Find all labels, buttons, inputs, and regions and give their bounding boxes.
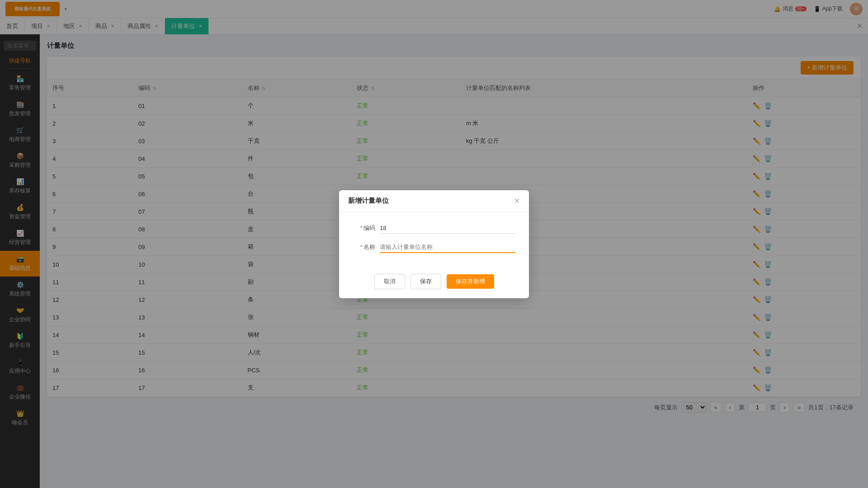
modal-header: 新增计量单位 ✕: [339, 190, 529, 212]
name-label-text: 名称: [363, 244, 375, 250]
code-label-text: 编码: [363, 225, 375, 231]
save-continue-button[interactable]: 保存并新增: [447, 274, 494, 289]
code-label: *编码: [353, 224, 380, 232]
modal-footer: 取消 保存 保存并新增: [339, 268, 529, 298]
form-row-code: *编码: [353, 223, 515, 234]
add-unit-modal: 新增计量单位 ✕ *编码 *名称 取消 保存 保存并新增: [339, 190, 529, 298]
name-label: *名称: [353, 243, 380, 251]
cancel-button[interactable]: 取消: [374, 274, 405, 289]
modal-body: *编码 *名称: [339, 212, 529, 268]
code-input[interactable]: [380, 223, 515, 234]
modal-title: 新增计量单位: [348, 197, 389, 205]
save-button[interactable]: 保存: [410, 274, 441, 289]
modal-overlay: 新增计量单位 ✕ *编码 *名称 取消 保存 保存并新增: [0, 0, 868, 488]
code-required-mark: *: [360, 225, 363, 231]
name-required-mark: *: [360, 244, 363, 250]
form-row-name: *名称: [353, 242, 515, 253]
name-input[interactable]: [380, 242, 515, 253]
modal-close-button[interactable]: ✕: [514, 197, 520, 205]
